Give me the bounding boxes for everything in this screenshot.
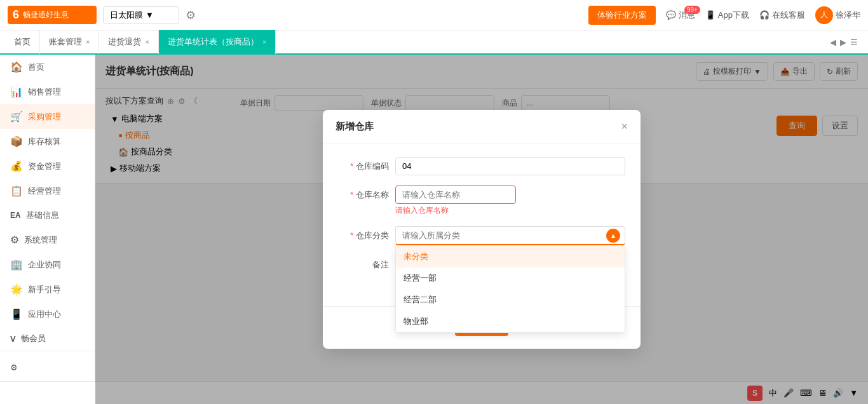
sidebar-sales-label: 销售管理	[28, 86, 61, 98]
operations-icon: 📋	[10, 185, 23, 197]
tab-menu-icon[interactable]: ☰	[850, 37, 858, 47]
tab-controls: ◀ ▶ ☰	[825, 37, 863, 47]
tab-accounts-label: 账套管理	[49, 36, 82, 48]
app-download-item[interactable]: 📱 App下载	[705, 10, 749, 21]
tab-accounts[interactable]: 账套管理 ×	[40, 30, 99, 54]
store-selector[interactable]: 日太阳膜 ▼	[103, 6, 179, 24]
tab-purchase-stat[interactable]: 进货单统计表（按商品） ×	[159, 30, 276, 54]
sidebar: 🏠 首页 📊 销售管理 🛒 采购管理 📦 库存核算 💰 资金管理 📋 经营管理 …	[0, 55, 95, 404]
settings-bottom-icon: ⚙	[10, 363, 18, 372]
sidebar-system-label: 系统管理	[24, 234, 57, 246]
app-download-label: App下载	[718, 10, 749, 21]
username: 徐泽华	[836, 10, 860, 21]
sidebar-operations-label: 经营管理	[28, 185, 61, 197]
content-area: 进货单统计(按商品) 🖨 按模板打印 ▼ 📤 导出 ↻ 刷新	[95, 55, 868, 404]
sidebar-item-system[interactable]: ⚙ 系统管理	[0, 227, 95, 252]
headset-icon: 🎧	[759, 10, 770, 20]
sidebar-item-purchase[interactable]: 🛒 采购管理	[0, 104, 95, 129]
online-service-item[interactable]: 🎧 在线客服	[759, 10, 805, 21]
message-item[interactable]: 💬 消息 99+	[666, 10, 695, 21]
dialog-title: 新增仓库	[336, 121, 374, 133]
sales-icon: 📊	[10, 86, 23, 98]
top-bar-actions: 体验行业方案 💬 消息 99+ 📱 App下载 🎧 在线客服 人 徐泽华	[588, 6, 860, 25]
tab-close-purchase-stat[interactable]: ×	[262, 38, 266, 46]
category-dropdown-list: 未分类 经营一部 经营二部 物业部	[395, 245, 625, 333]
dialog-header: 新增仓库 ×	[323, 110, 641, 144]
sidebar-item-finance[interactable]: 💰 资金管理	[0, 154, 95, 178]
category-input[interactable]	[395, 226, 625, 245]
code-label: 仓库编码	[338, 157, 389, 172]
tab-close-accounts[interactable]: ×	[86, 38, 90, 46]
phone-icon: 📱	[705, 10, 715, 20]
sidebar-item-sales[interactable]: 📊 销售管理	[0, 79, 95, 104]
sidebar-finance-label: 资金管理	[28, 161, 61, 172]
guide-icon: 🌟	[10, 283, 23, 295]
category-option-dept1[interactable]: 经营一部	[396, 267, 625, 289]
gear-icon[interactable]: ⚙	[186, 8, 196, 22]
dropdown-arrow-icon[interactable]: ▲	[606, 229, 620, 243]
sidebar-item-home[interactable]: 🏠 首页	[0, 55, 95, 79]
dialog-close-button[interactable]: ×	[621, 120, 628, 133]
sidebar-item-guide[interactable]: 🌟 新手引导	[0, 277, 95, 302]
sidebar-inventory-label: 库存核算	[28, 136, 61, 147]
home-icon: 🏠	[10, 61, 23, 73]
sidebar-purchase-label: 采购管理	[28, 111, 61, 123]
tab-purchase-return[interactable]: 进货退货 ×	[99, 30, 158, 54]
sidebar-enterprise-label: 企业协同	[28, 259, 61, 271]
sidebar-item-inventory[interactable]: 📦 库存核算	[0, 129, 95, 154]
category-option-unclassified[interactable]: 未分类	[396, 246, 625, 267]
category-label: 仓库分类	[338, 226, 389, 241]
form-row-code: 仓库编码	[338, 157, 625, 175]
tab-purchase-stat-label: 进货单统计表（按商品）	[168, 36, 259, 48]
enterprise-icon: 🏢	[10, 259, 23, 271]
sidebar-basic-info-label: 基础信息	[26, 210, 59, 221]
home-tab-label: 首页	[14, 36, 31, 48]
sidebar-item-apps[interactable]: 📱 应用中心	[0, 302, 95, 327]
tab-bar: 首页 账套管理 × 进货退货 × 进货单统计表（按商品） × ◀ ▶ ☰	[0, 30, 868, 55]
category-option-dept2[interactable]: 经营二部	[396, 289, 625, 311]
basic-info-icon: EA	[10, 211, 21, 220]
form-row-name: 仓库名称 请输入仓库名称	[338, 185, 625, 216]
logo-icon: 6	[13, 8, 19, 22]
category-option-dept3[interactable]: 物业部	[396, 311, 625, 332]
trial-button[interactable]: 体验行业方案	[588, 6, 656, 25]
message-icon: 💬	[666, 10, 676, 20]
note-label: 备注	[338, 255, 389, 271]
name-label: 仓库名称	[338, 185, 389, 201]
sidebar-item-operations[interactable]: 📋 经营管理	[0, 178, 95, 203]
tab-close-purchase-return[interactable]: ×	[145, 38, 149, 46]
main-layout: 🏠 首页 📊 销售管理 🛒 采购管理 📦 库存核算 💰 资金管理 📋 经营管理 …	[0, 55, 868, 404]
sidebar-item-enterprise[interactable]: 🏢 企业协同	[0, 252, 95, 277]
system-icon: ⚙	[10, 234, 19, 246]
code-input[interactable]	[395, 157, 625, 175]
name-field-wrap: 请输入仓库名称	[395, 185, 625, 216]
purchase-icon: 🛒	[10, 111, 23, 123]
message-badge: 99+	[684, 6, 700, 14]
chevron-down-icon: ▼	[146, 10, 154, 20]
dropdown-input-row: ▲	[395, 226, 625, 245]
sidebar-guide-label: 新手引导	[28, 284, 61, 295]
store-name: 日太阳膜	[110, 10, 143, 21]
sidebar-item-membership[interactable]: V 畅会员	[0, 327, 95, 351]
user-item[interactable]: 人 徐泽华	[815, 6, 860, 24]
apps-icon: 📱	[10, 308, 23, 320]
name-error-msg: 请输入仓库名称	[395, 205, 625, 216]
form-row-category: 仓库分类 ▲ 未分类 经营一部 经营二部 物业部	[338, 226, 625, 245]
dialog: 新增仓库 × 仓库编码 仓库名称 请输入仓库名称	[323, 110, 641, 349]
sidebar-home-label: 首页	[28, 62, 44, 73]
tab-prev-icon[interactable]: ◀	[830, 37, 836, 47]
name-input[interactable]	[395, 185, 516, 204]
avatar: 人	[815, 6, 833, 24]
sidebar-membership-label: 畅会员	[21, 333, 46, 344]
logo: 6 畅捷通好生意	[8, 6, 97, 24]
category-dropdown: ▲ 未分类 经营一部 经营二部 物业部	[395, 226, 625, 245]
sidebar-item-basic-info[interactable]: EA 基础信息	[0, 203, 95, 227]
tab-next-icon[interactable]: ▶	[840, 37, 846, 47]
sidebar-settings-bottom[interactable]: ⚙	[0, 356, 95, 379]
sidebar-apps-label: 应用中心	[28, 309, 61, 320]
online-service-label: 在线客服	[772, 10, 805, 21]
membership-icon: V	[10, 334, 16, 344]
dialog-body: 仓库编码 仓库名称 请输入仓库名称 仓库分类	[323, 144, 641, 306]
dialog-overlay: 新增仓库 × 仓库编码 仓库名称 请输入仓库名称	[95, 55, 868, 404]
tab-home[interactable]: 首页	[5, 30, 40, 54]
